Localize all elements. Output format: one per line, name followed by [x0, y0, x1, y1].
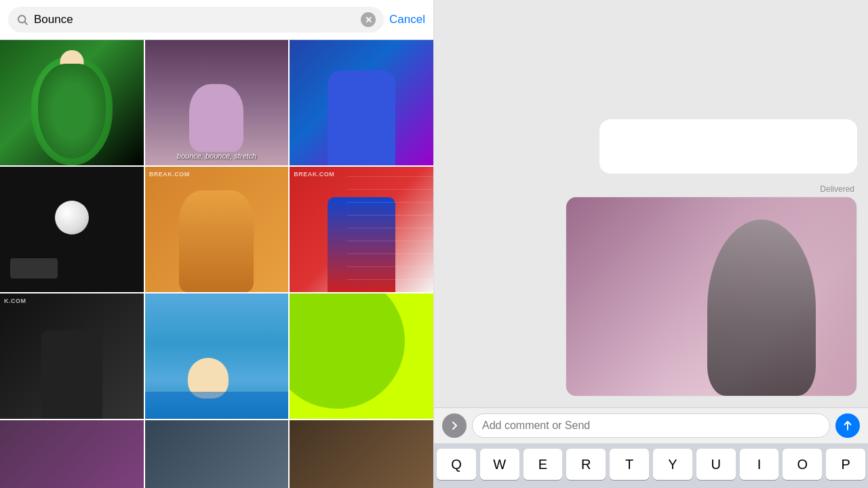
keyboard: Q W E R T Y U I O P: [434, 443, 868, 488]
gif-item[interactable]: [290, 420, 433, 488]
previous-message: [599, 119, 857, 174]
gif-item[interactable]: BREAK.COM: [145, 167, 289, 292]
text-input-wrapper: [472, 413, 830, 438]
send-icon: [842, 420, 854, 432]
chat-input-area: [434, 407, 868, 443]
gif-search-panel: ✕ Cancel bounce, bounce, stretch: [0, 0, 434, 488]
search-bar: ✕ Cancel: [0, 0, 433, 40]
cancel-search-button[interactable]: Cancel: [389, 13, 425, 26]
gif-item[interactable]: BREAK.COM: [290, 167, 433, 292]
key-E[interactable]: E: [524, 449, 563, 480]
gif-grid: bounce, bounce, stretch BREAK.COM: [0, 40, 433, 488]
chat-gif-preview[interactable]: BOUNCEBREAK.COM ✕: [566, 197, 857, 396]
key-T[interactable]: T: [610, 449, 649, 480]
gif-item[interactable]: [290, 293, 433, 419]
gif-item[interactable]: K.COM: [0, 293, 144, 419]
key-O[interactable]: O: [783, 449, 822, 480]
search-icon: [16, 14, 28, 26]
delivered-status: Delivered: [820, 184, 857, 194]
chat-panel: Delivered BOUNCEBREAK.COM ✕: [434, 0, 868, 488]
message-area: Delivered BOUNCEBREAK.COM ✕: [445, 184, 857, 396]
gif-item[interactable]: [0, 167, 144, 292]
svg-line-1: [24, 22, 27, 24]
key-Q[interactable]: Q: [437, 449, 476, 480]
send-button[interactable]: [835, 413, 860, 438]
svg-point-0: [18, 16, 26, 23]
key-W[interactable]: W: [480, 449, 519, 480]
gif-caption: bounce, bounce, stretch: [145, 152, 289, 160]
watermark: K.COM: [4, 298, 26, 304]
gif-item[interactable]: [0, 420, 144, 488]
gif-item[interactable]: [0, 40, 144, 165]
gif-item[interactable]: bounce, bounce, stretch: [145, 40, 289, 165]
chevron-right-icon: [449, 420, 460, 431]
search-input[interactable]: [34, 13, 355, 26]
clear-search-button[interactable]: ✕: [361, 12, 376, 27]
key-I[interactable]: I: [740, 449, 779, 480]
key-Y[interactable]: Y: [653, 449, 692, 480]
gif-item[interactable]: [290, 40, 433, 165]
message-input[interactable]: [482, 420, 820, 432]
expand-button[interactable]: [442, 413, 467, 438]
key-P[interactable]: P: [826, 449, 865, 480]
watermark: BREAK.COM: [294, 171, 334, 178]
watermark: BREAK.COM: [149, 171, 190, 178]
key-U[interactable]: U: [696, 449, 736, 480]
keyboard-row-1: Q W E R T Y U I O P: [437, 449, 865, 480]
key-R[interactable]: R: [566, 449, 606, 480]
gif-item[interactable]: [145, 293, 289, 419]
search-input-wrapper: ✕: [8, 7, 384, 33]
chat-messages: Delivered BOUNCEBREAK.COM ✕: [434, 0, 868, 407]
gif-item[interactable]: [145, 420, 289, 488]
